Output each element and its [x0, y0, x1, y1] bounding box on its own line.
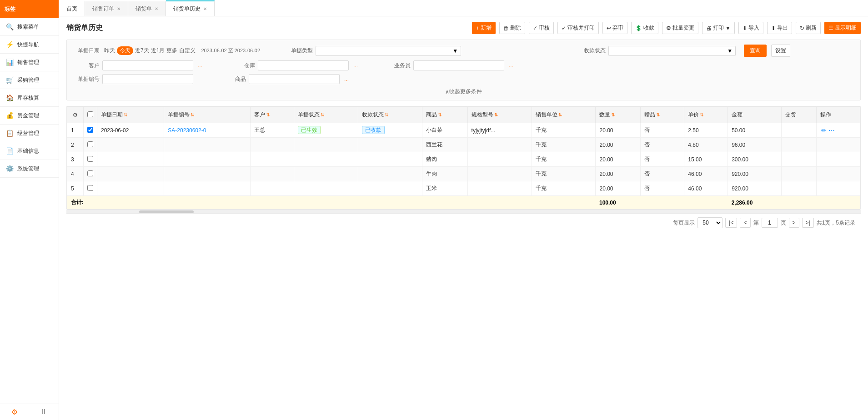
import-button[interactable]: ⬇ 导入	[738, 22, 763, 34]
date-label: 单据日期	[72, 47, 100, 55]
sidebar-item-operations[interactable]: 📋 经营管理	[0, 125, 59, 142]
tab-sales-history-close[interactable]: ✕	[203, 6, 207, 11]
per-page-select[interactable]: 50 100 200	[697, 217, 722, 228]
cell-seq: 5	[67, 181, 84, 196]
show-detail-button[interactable]: ☰ 显示明细	[824, 22, 861, 34]
col-spec[interactable]: 规格型号⇅	[467, 107, 532, 123]
refresh-button[interactable]: ↻ 刷新	[796, 22, 821, 34]
abandon-button[interactable]: ↩ 弃审	[602, 22, 627, 34]
col-status[interactable]: 单据状态⇅	[294, 107, 358, 123]
delete-button[interactable]: 🗑 删除	[499, 22, 525, 34]
new-button[interactable]: + 新增	[472, 22, 496, 34]
query-button[interactable]: 查询	[744, 45, 767, 57]
shortcut-custom[interactable]: 自定义	[179, 47, 196, 55]
tab-sales-order-close[interactable]: ✕	[117, 6, 120, 11]
tab-sales-history[interactable]: 销货单历史 ✕	[166, 0, 215, 16]
customer-input[interactable]	[102, 60, 193, 70]
sidebar-item-label: 经营管理	[17, 130, 39, 137]
shortcut-today[interactable]: 今天	[117, 46, 133, 55]
cell-checkbox[interactable]	[84, 152, 97, 167]
tab-sales-goods[interactable]: 销货单 ✕	[128, 1, 166, 16]
warehouse-input[interactable]	[258, 60, 349, 70]
customer-ellipsis[interactable]: ...	[198, 62, 202, 69]
sidebar-item-purchase[interactable]: 🛒 采购管理	[0, 71, 59, 89]
sidebar-item-search[interactable]: 🔍 搜索菜单	[0, 18, 59, 36]
more-icon[interactable]: ⋯	[828, 127, 835, 134]
col-qty[interactable]: 数量⇅	[596, 107, 641, 123]
settings-button[interactable]: 设置	[771, 45, 790, 57]
sidebar-item-quick-nav[interactable]: ⚡ 快捷导航	[0, 36, 59, 54]
print-button[interactable]: 🖨 打印 ▼	[702, 22, 735, 34]
first-page-button[interactable]: |<	[725, 218, 737, 228]
shortcut-yesterday[interactable]: 昨天	[104, 47, 115, 55]
cell-action[interactable]	[817, 181, 860, 196]
filter-row-2: 客户 ... 仓库 ... 业务员 ...	[72, 60, 855, 70]
col-settings[interactable]: ⚙	[67, 107, 84, 123]
shortcut-7days[interactable]: 近7天	[135, 47, 149, 55]
cell-action[interactable]: ✏⋯	[817, 123, 860, 138]
col-payment-status[interactable]: 收款状态⇅	[358, 107, 422, 123]
page-number-input[interactable]	[762, 218, 778, 228]
cell-action[interactable]	[817, 152, 860, 167]
sidebar-item-basic-info[interactable]: 📄 基础信息	[0, 142, 59, 160]
cell-action[interactable]	[817, 138, 860, 152]
prev-page-button[interactable]: <	[740, 218, 750, 228]
collect-button[interactable]: 💲 收款	[631, 22, 658, 34]
cell-payment	[358, 167, 422, 181]
col-price[interactable]: 单价⇅	[684, 107, 728, 123]
col-goods[interactable]: 商品⇅	[422, 107, 467, 123]
export-button[interactable]: ⬆ 导出	[767, 22, 792, 34]
data-table-wrapper: ⚙ 单据日期⇅ 单据编号⇅ 客户⇅ 单据状态⇅ 收款状态⇅ 商品⇅ 规格型号⇅ …	[66, 106, 861, 210]
cell-checkbox[interactable]	[84, 123, 97, 138]
salesman-ellipsis[interactable]: ...	[509, 62, 513, 69]
warehouse-ellipsis[interactable]: ...	[353, 62, 358, 69]
last-page-button[interactable]: >|	[802, 218, 814, 228]
finance-icon: 💰	[5, 111, 14, 120]
cell-checkbox[interactable]	[84, 167, 97, 181]
sidebar-settings-icon[interactable]: ⚙	[11, 408, 18, 416]
tab-home[interactable]: 首页	[59, 1, 85, 16]
table-row: 2西兰花千克20.00否4.8096.00	[67, 138, 860, 152]
type-select[interactable]: ▼	[316, 46, 461, 56]
sidebar-item-finance[interactable]: 💰 资金管理	[0, 107, 59, 125]
cell-action[interactable]	[817, 167, 860, 181]
table-row: 4牛肉千克20.00否46.00920.00	[67, 167, 860, 181]
toolbar: + 新增 🗑 删除 ✓ 审核 ✓ 审核并打印 ↩ 弃审	[472, 22, 861, 34]
main-area: 首页 销售订单 ✕ 销货单 ✕ 销货单历史 ✕ 销货单历史 + 新增 🗑	[59, 0, 868, 420]
cell-transaction	[782, 123, 817, 138]
cell-gift: 否	[641, 123, 684, 138]
payment-select[interactable]: ▼	[608, 46, 736, 56]
horizontal-scrollbar[interactable]	[66, 210, 861, 213]
sidebar-collapse-icon[interactable]: ⏸	[40, 408, 47, 416]
sidebar-item-system[interactable]: ⚙️ 系统管理	[0, 160, 59, 178]
sidebar-item-sales[interactable]: 📊 销售管理	[0, 54, 59, 71]
col-unit[interactable]: 销售单位⇅	[532, 107, 596, 123]
select-all-checkbox[interactable]	[87, 111, 93, 117]
shortcut-more[interactable]: 更多	[166, 47, 177, 55]
collapse-button[interactable]: ∧ 收起更多条件	[72, 88, 855, 95]
col-gift[interactable]: 赠品⇅	[641, 107, 684, 123]
sidebar-item-inventory[interactable]: 🏠 库存核算	[0, 89, 59, 107]
orderno-input[interactable]	[102, 74, 193, 84]
shortcut-1month[interactable]: 近1月	[151, 47, 165, 55]
tab-sales-order[interactable]: 销售订单 ✕	[85, 1, 128, 16]
data-table: ⚙ 单据日期⇅ 单据编号⇅ 客户⇅ 单据状态⇅ 收款状态⇅ 商品⇅ 规格型号⇅ …	[67, 106, 860, 209]
sidebar-item-label: 库存核算	[17, 94, 39, 102]
goods-input[interactable]	[249, 74, 340, 84]
cell-checkbox[interactable]	[84, 181, 97, 196]
review-button[interactable]: ✓ 审核	[529, 22, 554, 34]
salesman-input[interactable]	[413, 60, 504, 70]
cell-checkbox[interactable]	[84, 138, 97, 152]
edit-icon[interactable]: ✏	[821, 127, 827, 134]
col-date[interactable]: 单据日期⇅	[97, 107, 164, 123]
goods-ellipsis[interactable]: ...	[344, 76, 349, 82]
next-page-button[interactable]: >	[789, 218, 799, 228]
purchase-icon: 🛒	[5, 76, 14, 84]
goods-sort-icon: ⇅	[438, 112, 442, 117]
col-customer[interactable]: 客户⇅	[251, 107, 294, 123]
batch-change-button[interactable]: ⚙ 批量变更	[662, 22, 698, 34]
tab-sales-goods-close[interactable]: ✕	[155, 6, 158, 11]
review-print-button[interactable]: ✓ 审核并打印	[557, 22, 599, 34]
col-order-no[interactable]: 单据编号⇅	[164, 107, 251, 123]
table-row: 3猪肉千克20.00否15.00300.00	[67, 152, 860, 167]
